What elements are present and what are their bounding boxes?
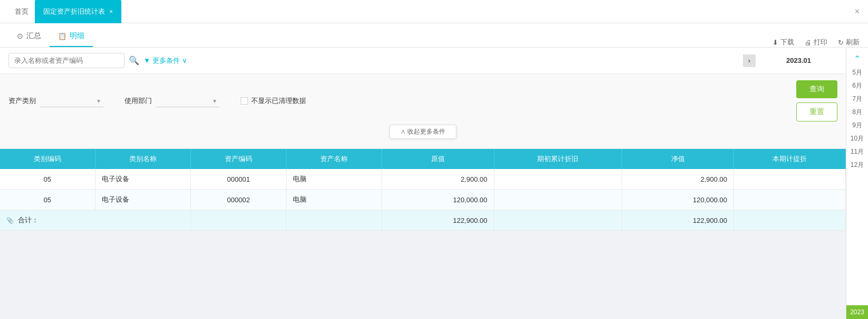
main-content: 🔍 ▼ 更多条件 ∨ › 2023.01 资产类别 <box>0 48 868 319</box>
download-button[interactable]: ⬇ 下载 <box>772 37 794 47</box>
download-label: 下载 <box>780 37 794 47</box>
chevron-down-icon: ∨ <box>182 57 187 64</box>
row2-net-value: 120,000.00 <box>622 190 733 210</box>
row1-current-depreciation <box>734 169 846 190</box>
reset-button[interactable]: 重置 <box>796 102 837 121</box>
sidebar-month-7[interactable]: 7月 <box>846 92 868 106</box>
collapse-button[interactable]: ∧ 收起更多条件 <box>389 125 456 139</box>
sidebar-scroll-up-icon[interactable]: ⌃ <box>852 52 863 66</box>
tab-summary[interactable]: ⊙ 汇总 <box>8 26 50 47</box>
total-row: 📎 合计： 122,900.00 122,900.00 <box>0 210 846 231</box>
row2-asset-code: 000002 <box>190 190 286 210</box>
col-accumulated-depreciation: 期初累计折旧 <box>494 149 622 169</box>
col-category-name: 类别名称 <box>95 149 190 169</box>
row2-accumulated-depreciation <box>494 190 622 210</box>
collapse-bar: ∧ 收起更多条件 <box>8 121 837 142</box>
row1-category-name: 电子设备 <box>95 169 190 190</box>
total-net-value: 122,900.00 <box>622 210 733 231</box>
total-empty1 <box>190 210 286 231</box>
more-conditions-label: 更多条件 <box>152 56 180 65</box>
total-label-text: 合计： <box>18 216 39 224</box>
tab-actions: ⬇ 下载 🖨 打印 ↻ 刷新 <box>772 37 860 47</box>
sidebar-month-10[interactable]: 10月 <box>846 132 868 145</box>
row1-accumulated-depreciation <box>494 169 622 190</box>
row2-original-value: 120,000.00 <box>382 190 494 210</box>
active-tab: 固定资产折旧统计表 × <box>35 0 121 23</box>
row1-net-value: 2,900.00 <box>622 169 733 190</box>
row1-asset-code: 000001 <box>190 169 286 190</box>
content-area: 🔍 ▼ 更多条件 ∨ › 2023.01 资产类别 <box>0 48 846 319</box>
col-net-value: 净值 <box>622 149 733 169</box>
department-field: 使用部门 <box>125 95 220 107</box>
total-current-depreciation <box>734 210 846 231</box>
date-display: 2023.01 <box>786 57 811 64</box>
hide-cleared-checkbox[interactable] <box>241 97 248 105</box>
table-container: 类别编码 类别名称 资产编码 资产名称 原值 期初累计折旧 净值 本期计提折 0 <box>0 149 846 319</box>
active-tab-label: 固定资产折旧统计表 <box>43 7 105 16</box>
total-empty2 <box>287 210 382 231</box>
print-label: 打印 <box>814 37 827 47</box>
col-asset-name: 资产名称 <box>287 149 382 169</box>
home-nav-item[interactable]: 首页 <box>8 7 35 16</box>
tab-detail-label: 明细 <box>70 31 84 41</box>
refresh-button[interactable]: ↻ 刷新 <box>838 37 860 47</box>
row2-asset-name: 电脑 <box>287 190 382 210</box>
filter-row2: 资产类别 使用部门 <box>8 80 837 121</box>
asset-category-select[interactable] <box>40 95 103 107</box>
filter-icon: ▼ <box>144 57 150 64</box>
sidebar-month-9[interactable]: 9月 <box>846 119 868 132</box>
total-label: 📎 合计： <box>0 210 190 231</box>
total-icon: 📎 <box>6 217 14 223</box>
hide-cleared-field[interactable]: 不显示已清理数据 <box>241 96 306 106</box>
tab-summary-label: 汇总 <box>26 31 41 41</box>
sidebar-month-5[interactable]: 5月 <box>846 66 868 79</box>
sidebar-month-11[interactable]: 11月 <box>846 145 868 158</box>
data-table: 类别编码 类别名称 资产编码 资产名称 原值 期初累计折旧 净值 本期计提折 0 <box>0 149 846 231</box>
close-tab-icon[interactable]: × <box>109 8 113 15</box>
hide-cleared-label: 不显示已清理数据 <box>251 96 306 106</box>
sidebar-year[interactable]: 2023 <box>846 305 868 319</box>
department-select-wrapper <box>156 95 220 107</box>
window-close-button[interactable]: × <box>855 7 860 16</box>
total-accumulated-depreciation <box>494 210 622 231</box>
sidebar-month-6[interactable]: 6月 <box>846 79 868 92</box>
query-button[interactable]: 查询 <box>796 80 837 98</box>
download-icon: ⬇ <box>772 39 778 46</box>
row2-category-name: 电子设备 <box>95 190 190 210</box>
table-row: 05 电子设备 000002 电脑 120,000.00 120,000.00 <box>0 190 846 210</box>
sidebar-month-12[interactable]: 12月 <box>846 158 868 172</box>
print-icon: 🖨 <box>805 39 812 46</box>
row2-category-code: 05 <box>0 190 95 210</box>
col-category-code: 类别编码 <box>0 149 95 169</box>
search-icon[interactable]: 🔍 <box>129 55 139 65</box>
filter-actions: 查询 重置 <box>796 80 837 121</box>
search-input[interactable] <box>8 53 125 68</box>
row1-asset-name: 电脑 <box>287 169 382 190</box>
asset-category-field: 资产类别 <box>8 95 103 107</box>
total-original-value: 122,900.00 <box>382 210 494 231</box>
department-select[interactable] <box>156 95 220 107</box>
department-label: 使用部门 <box>125 96 152 106</box>
more-conditions-button[interactable]: ▼ 更多条件 ∨ <box>144 56 187 65</box>
tab-bar: ⊙ 汇总 📋 明细 ⬇ 下载 🖨 打印 ↻ 刷新 <box>0 23 868 48</box>
row1-category-code: 05 <box>0 169 95 190</box>
print-button[interactable]: 🖨 打印 <box>805 37 827 47</box>
summary-tab-icon: ⊙ <box>17 32 23 40</box>
asset-category-select-wrapper <box>40 95 103 107</box>
filter-extended: 资产类别 使用部门 <box>0 74 846 149</box>
top-nav: 首页 固定资产折旧统计表 × × <box>0 0 868 23</box>
refresh-icon: ↻ <box>838 39 844 46</box>
tab-detail[interactable]: 📋 明细 <box>50 26 93 47</box>
detail-tab-icon: 📋 <box>58 32 66 40</box>
table-row: 05 电子设备 000001 电脑 2,900.00 2,900.00 <box>0 169 846 190</box>
filter-area: 🔍 ▼ 更多条件 ∨ › 2023.01 <box>0 48 846 74</box>
sidebar-month-8[interactable]: 8月 <box>846 106 868 119</box>
filter-row1: 🔍 ▼ 更多条件 ∨ › 2023.01 <box>8 53 837 68</box>
col-current-depreciation: 本期计提折 <box>734 149 846 169</box>
row1-original-value: 2,900.00 <box>382 169 494 190</box>
right-sidebar: ⌃ 5月 6月 7月 8月 9月 10月 11月 12月 2023 <box>846 48 868 319</box>
col-asset-code: 资产编码 <box>190 149 286 169</box>
date-nav-arrow[interactable]: › <box>743 54 756 67</box>
table-header-row: 类别编码 类别名称 资产编码 资产名称 原值 期初累计折旧 净值 本期计提折 <box>0 149 846 169</box>
asset-category-label: 资产类别 <box>8 96 36 106</box>
